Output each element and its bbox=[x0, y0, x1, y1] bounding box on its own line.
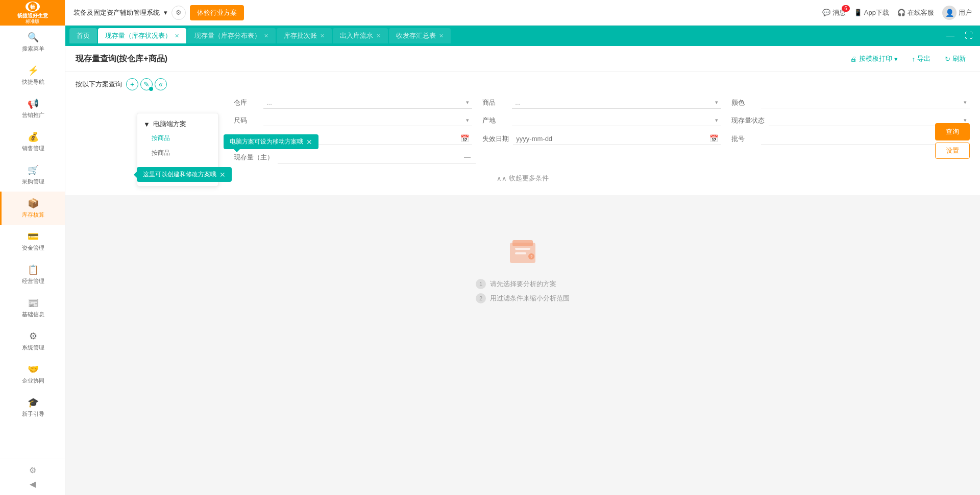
goods-select[interactable]: ... ▾ bbox=[512, 97, 721, 109]
edit-scheme-btn[interactable]: ✎ bbox=[140, 78, 153, 90]
settings-icon-btn[interactable]: ⚙ bbox=[172, 6, 186, 20]
filter-item-goods: 商品 ... ▾ bbox=[482, 97, 721, 109]
empty-icon: ? bbox=[502, 230, 543, 271]
sidebar-item-marketing[interactable]: 📢 营销推广 bbox=[0, 92, 65, 125]
step-num-2: 2 bbox=[476, 293, 486, 303]
tab-close-icon[interactable]: ✕ bbox=[264, 33, 268, 39]
app-logo: 畅 畅捷通好生意 标准版 bbox=[0, 0, 65, 26]
search-btn[interactable]: 查询 bbox=[935, 123, 970, 140]
refresh-btn[interactable]: ↻ 刷新 bbox=[941, 52, 970, 65]
tab-batch-account[interactable]: 库存批次账 ✕ bbox=[277, 28, 332, 43]
top-header: 装备及固定资产辅助管理系统 ▾ ⚙ 体验行业方案 💬 消息 6 📱 App下载 … bbox=[65, 0, 980, 26]
warehouse-select[interactable]: ... ▾ bbox=[263, 97, 472, 109]
tab-home[interactable]: 首页 bbox=[69, 28, 97, 43]
size-select[interactable]: ▾ bbox=[263, 115, 472, 126]
tab-minimize-btn[interactable]: — bbox=[943, 29, 958, 43]
tab-close-icon[interactable]: ✕ bbox=[320, 33, 325, 39]
sidebar-navigation: 🔍 搜索菜单 ⚡ 快捷导航 📢 营销推广 💰 销售管理 🛒 采购管理 📦 库存核… bbox=[0, 26, 65, 459]
user-btn[interactable]: 👤 用户 bbox=[942, 6, 972, 20]
sidebar-item-search-menu[interactable]: 🔍 搜索菜单 bbox=[0, 26, 65, 59]
filter-item-color: 颜色 ▾ bbox=[731, 97, 970, 109]
headset-icon: 🎧 bbox=[897, 9, 905, 16]
scheme-group-desktop-title[interactable]: ▼ 电脑端方案 bbox=[137, 117, 218, 131]
tooltip1-close-btn[interactable]: ✕ bbox=[306, 138, 312, 146]
filter-title: 按以下方案查询 bbox=[76, 80, 122, 89]
svg-rect-5 bbox=[515, 252, 526, 254]
tab-in-out-flow[interactable]: 出入库流水 ✕ bbox=[333, 28, 388, 43]
filter-fields: 仓库 ... ▾ 商品 ... ▾ 颜色 bbox=[234, 97, 970, 163]
color-select[interactable]: ▾ bbox=[761, 97, 970, 108]
gear-icon: ⚙ bbox=[176, 9, 182, 16]
sidebar-item-guide[interactable]: 🎓 新手引导 bbox=[0, 391, 65, 424]
sidebar-item-sales[interactable]: 💰 销售管理 bbox=[0, 125, 65, 158]
filter-scheme-actions: + ✎ « bbox=[126, 78, 167, 90]
stock-qty-min-input[interactable] bbox=[281, 153, 462, 161]
sales-icon: 💰 bbox=[28, 131, 39, 143]
sidebar-item-operation[interactable]: 📋 经营管理 bbox=[0, 258, 65, 291]
online-support-btn[interactable]: 🎧 在线客服 bbox=[897, 8, 934, 17]
filter-row-3: 生产日期 📅 失效日期 📅 批号 bbox=[234, 132, 970, 145]
tab-bar-right: — ⛶ bbox=[943, 29, 976, 43]
sidebar-item-basic-info[interactable]: 📰 基础信息 bbox=[0, 291, 65, 324]
create-scheme-tooltip: 这里可以创建和修改方案哦 ✕ bbox=[137, 167, 232, 182]
step-num-1: 1 bbox=[476, 279, 486, 289]
stock-qty-range[interactable]: — bbox=[278, 151, 476, 163]
tab-inventory-dist[interactable]: 现存量（库存分布表） ✕ bbox=[187, 28, 276, 43]
phone-icon: 📱 bbox=[854, 9, 862, 16]
reset-btn[interactable]: 设置 bbox=[935, 143, 970, 159]
scheme-item-by-goods-1[interactable]: 按商品 bbox=[137, 131, 218, 146]
svg-rect-4 bbox=[515, 248, 530, 250]
tab-inventory-status[interactable]: 现存量（库存状况表） ✕ bbox=[98, 28, 186, 43]
back-scheme-btn[interactable]: « bbox=[155, 78, 167, 90]
app-download-btn[interactable]: 📱 App下载 bbox=[854, 8, 889, 17]
system-selector[interactable]: ▾ bbox=[164, 9, 167, 16]
chevron-down-icon: ▾ bbox=[715, 117, 718, 124]
sidebar-item-enterprise[interactable]: 🤝 企业协同 bbox=[0, 358, 65, 391]
calendar-icon[interactable]: 📅 bbox=[460, 134, 469, 143]
sidebar-item-system[interactable]: ⚙ 系统管理 bbox=[0, 324, 65, 358]
add-scheme-btn[interactable]: + bbox=[126, 78, 138, 90]
tab-bar: 首页 现存量（库存状况表） ✕ 现存量（库存分布表） ✕ 库存批次账 ✕ 出入库… bbox=[65, 26, 980, 46]
tab-close-icon[interactable]: ✕ bbox=[175, 33, 179, 39]
expire-date-start-input[interactable] bbox=[516, 135, 709, 143]
scheme-item-by-goods-2[interactable]: 按商品 bbox=[137, 146, 218, 160]
filter-item-batch-no: 批号 bbox=[731, 132, 970, 145]
collapse-filter-btn[interactable]: ∧∧ 收起更多条件 bbox=[497, 174, 549, 183]
tab-close-icon[interactable]: ✕ bbox=[376, 33, 381, 39]
finance-icon: 💳 bbox=[28, 231, 39, 242]
sidebar: 畅 畅捷通好生意 标准版 🔍 搜索菜单 ⚡ 快捷导航 📢 营销推广 💰 销售管理… bbox=[0, 0, 65, 495]
filter-row-1: 仓库 ... ▾ 商品 ... ▾ 颜色 bbox=[234, 97, 970, 109]
tab-recv-summary[interactable]: 收发存汇总表 ✕ bbox=[389, 28, 451, 43]
page-title: 现存量查询(按仓库+商品) bbox=[76, 54, 167, 64]
sidebar-item-quick-nav[interactable]: ⚡ 快捷导航 bbox=[0, 59, 65, 92]
calendar-icon[interactable]: 📅 bbox=[709, 134, 718, 143]
collapse-icon: ◀ bbox=[30, 479, 36, 489]
edit-icon: ✎ bbox=[143, 80, 150, 88]
print-icon: 🖨 bbox=[850, 55, 857, 63]
template-print-btn[interactable]: 🖨 按模板打印 ▾ bbox=[846, 52, 902, 65]
expire-date-start[interactable]: 📅 bbox=[513, 132, 721, 145]
search-menu-icon: 🔍 bbox=[28, 32, 39, 43]
message-btn[interactable]: 💬 消息 6 bbox=[822, 8, 846, 17]
header-left: 装备及固定资产辅助管理系统 ▾ ⚙ 体验行业方案 bbox=[74, 5, 244, 20]
filter-header: 按以下方案查询 + ✎ « bbox=[76, 78, 970, 90]
sidebar-collapse-btn[interactable]: ◀ bbox=[30, 479, 36, 489]
tab-maximize-btn[interactable]: ⛶ bbox=[962, 29, 976, 43]
avatar: 👤 bbox=[942, 6, 957, 20]
sidebar-item-inventory[interactable]: 📦 库存核算 bbox=[0, 192, 65, 225]
sidebar-item-purchase[interactable]: 🛒 采购管理 bbox=[0, 158, 65, 192]
tab-close-icon[interactable]: ✕ bbox=[439, 33, 444, 39]
sidebar-settings-btn[interactable]: ⚙ bbox=[29, 465, 36, 475]
sidebar-bottom: ⚙ ◀ bbox=[0, 459, 65, 495]
tooltip2-close-btn[interactable]: ✕ bbox=[219, 171, 226, 179]
origin-select[interactable]: ▾ bbox=[512, 115, 721, 126]
filter-item-stock-qty: 现存量（主） — bbox=[234, 151, 476, 163]
filter-item-origin: 产地 ▾ bbox=[482, 115, 721, 126]
export-btn[interactable]: ↑ 导出 bbox=[908, 52, 935, 65]
industry-btn[interactable]: 体验行业方案 bbox=[190, 5, 244, 20]
filter-area: 按以下方案查询 + ✎ « 电脑方案可设为移动方案哦 bbox=[65, 72, 980, 195]
enterprise-icon: 🤝 bbox=[28, 364, 39, 375]
svg-text:?: ? bbox=[530, 254, 533, 259]
dropdown-icon: ▾ bbox=[894, 55, 898, 63]
sidebar-item-finance[interactable]: 💳 资金管理 bbox=[0, 225, 65, 258]
